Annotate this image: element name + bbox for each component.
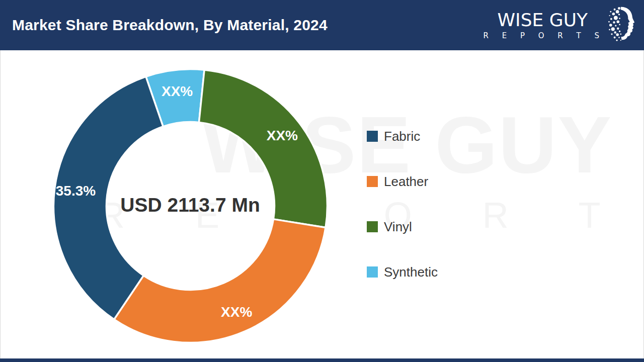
- dotted-face-profile-icon: [607, 5, 636, 45]
- brand-logo-text: WISE GUY R E P O R T S: [480, 10, 605, 40]
- chart-center-value: USD 2113.7 Mn: [120, 194, 260, 216]
- legend-item-synthetic: Synthetic: [367, 266, 438, 278]
- legend-item-fabric: Fabric: [367, 131, 438, 142]
- brand-wordmark: WISE GUY: [498, 10, 588, 30]
- report-canvas: WISE GUY R E P O R T S XX%XX%XX%35.3% US…: [0, 0, 644, 362]
- footer-bar: [0, 358, 644, 362]
- segment-value-label-synthetic: XX%: [162, 83, 193, 99]
- legend-label-vinyl: Vinyl: [384, 220, 412, 233]
- legend-swatch-fabric: [367, 131, 378, 142]
- legend-item-vinyl: Vinyl: [367, 221, 438, 232]
- segment-value-label-leather: XX%: [221, 304, 252, 320]
- legend-swatch-synthetic: [367, 266, 378, 278]
- donut-segment-leather: [114, 219, 326, 343]
- legend-label-fabric: Fabric: [384, 130, 420, 143]
- chart-legend: Fabric Leather Vinyl Synthetic: [367, 131, 438, 312]
- legend-item-leather: Leather: [367, 176, 438, 187]
- segment-value-label-vinyl: XX%: [267, 128, 298, 143]
- segment-value-label-fabric: 35.3%: [56, 183, 96, 199]
- header-bar: Market Share Breakdown, By Material, 202…: [0, 0, 644, 50]
- legend-swatch-vinyl: [367, 221, 378, 232]
- page-title: Market Share Breakdown, By Material, 202…: [12, 0, 328, 50]
- legend-label-leather: Leather: [384, 175, 428, 188]
- brand-logo: WISE GUY R E P O R T S: [480, 4, 636, 46]
- legend-swatch-leather: [367, 176, 378, 187]
- brand-subtext: R E P O R T S: [480, 31, 605, 40]
- legend-label-synthetic: Synthetic: [384, 265, 438, 279]
